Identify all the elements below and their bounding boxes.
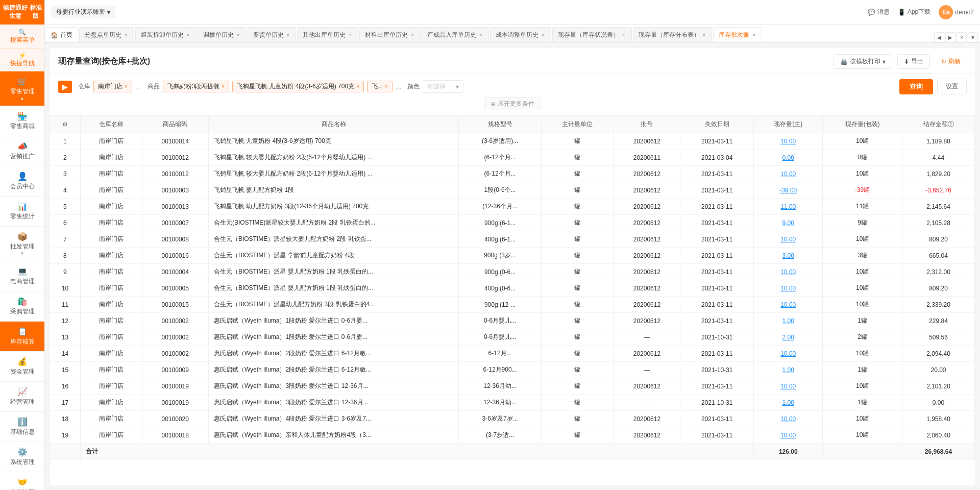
cell-no: 4: [50, 182, 80, 199]
cell-unit: 罐: [541, 411, 614, 427]
sidebar-item-marketing[interactable]: 📣 营销推广: [0, 136, 44, 166]
tab-home[interactable]: 🏠 首页: [45, 27, 78, 42]
color-selector[interactable]: 请选择 ▾: [423, 80, 463, 93]
sidebar-item-basic[interactable]: ℹ️ 基础信息: [0, 412, 44, 442]
product-more[interactable]: ...: [396, 83, 402, 91]
query-button[interactable]: 查询: [899, 79, 933, 94]
close-tab-fenpandian[interactable]: ×: [124, 32, 129, 38]
product-tag-3[interactable]: 飞... ×: [367, 81, 393, 92]
remove-product-tag1[interactable]: ×: [222, 84, 225, 89]
sidebar-item-finance[interactable]: 💰 资金管理: [0, 352, 44, 382]
print-button[interactable]: 🖨️ 按模板打印 ▾: [834, 54, 892, 69]
cell-no: 10: [50, 280, 80, 297]
sidebar: 畅捷通好生意 标准版 🔍 搜索英单 ⚡ 快捷导航 🛒 零售管理 ▲ 🏪 零售商城…: [0, 0, 45, 490]
home-icon: 🏠: [51, 32, 58, 39]
close-tab-yaohuo[interactable]: ×: [286, 32, 291, 38]
app-download-btn[interactable]: 📱 App下载: [898, 8, 930, 16]
sidebar-item-search[interactable]: 🔍 搜索英单: [0, 24, 44, 49]
sidebar-item-retail[interactable]: 🛒 零售管理 ▲: [0, 71, 44, 106]
cell-code: 00100015: [142, 297, 208, 313]
close-tab-kucun-batch[interactable]: ×: [751, 32, 756, 38]
sidebar-item-inventory[interactable]: 📋 库存核算: [0, 322, 44, 352]
warehouse-more[interactable]: ...: [135, 83, 141, 91]
tab-close-all[interactable]: ×: [957, 32, 967, 42]
print-dropdown-icon: ▾: [883, 58, 886, 65]
cell-code: 00100002: [142, 346, 208, 362]
col-settings[interactable]: ⚙: [50, 116, 80, 133]
remove-product-tag3[interactable]: ×: [385, 84, 388, 89]
tab-kucun-status[interactable]: 现存量（库存状况表） ×: [552, 27, 632, 42]
cell-code: 00100003: [142, 182, 208, 199]
product-tag-1[interactable]: 飞鹤奶粉3段两提装 ×: [163, 81, 230, 92]
page-title: 现存量查询(按仓库+批次): [58, 56, 150, 67]
sidebar-item-purchase[interactable]: 🛍️ 采购管理: [0, 291, 44, 322]
cell-amount: 809.20: [902, 280, 975, 297]
tab-kucun-batch[interactable]: 库存批次账 ×: [713, 27, 762, 42]
sidebar-item-operation[interactable]: 📈 经营管理: [0, 382, 44, 412]
expand-filter-btn[interactable]: ⊕ 展开更多条件: [484, 97, 541, 110]
cell-warehouse: 南岸门店: [80, 150, 142, 166]
setting-button[interactable]: 设置: [937, 79, 967, 94]
cell-warehouse: 南岸门店: [80, 280, 142, 297]
cell-batch: 20200612: [614, 215, 680, 231]
finance-icon: 💰: [17, 357, 28, 366]
tab-zuzhuang[interactable]: 组装拆卸单历史 ×: [135, 27, 197, 42]
cell-code: 00100005: [142, 280, 208, 297]
cell-name: 惠氏启赋（Wyeth illuma）3段奶粉 爱尔兰进口 12-36月...: [208, 395, 458, 411]
close-tab-diaobodai[interactable]: ×: [236, 32, 241, 38]
tab-fenpandian[interactable]: 分盘点单历史 ×: [79, 27, 134, 42]
sidebar-item-stat[interactable]: 📊 零售统计: [0, 197, 44, 227]
product-tag-2[interactable]: 飞鹤星飞帆 儿童奶粉 4段(3-6岁适用) 700克 ×: [232, 81, 364, 92]
col-unit: 主计量单位: [541, 116, 614, 133]
sidebar-item-wholesale[interactable]: 📦 批发管理 ▼: [0, 227, 44, 261]
close-tab-kucun-dist[interactable]: ×: [702, 32, 707, 38]
tab-chengben[interactable]: 成本调整单历史 ×: [490, 27, 551, 42]
tab-diaobodai[interactable]: 调拨单历史 ×: [198, 27, 247, 42]
sidebar-item-member[interactable]: 👤 会员中心: [0, 166, 44, 197]
close-tab-chengben[interactable]: ×: [541, 32, 546, 38]
cell-expire: 2021-10-31: [680, 395, 754, 411]
close-tab-cailiaochuku[interactable]: ×: [410, 32, 415, 38]
cell-unit: 罐: [541, 378, 614, 395]
settings-icon[interactable]: ⚙: [62, 121, 68, 128]
close-tab-chancheng[interactable]: ×: [478, 32, 483, 38]
warehouse-tag[interactable]: 南岸门店 ×: [93, 81, 132, 92]
tab-arrow-right[interactable]: ▶: [945, 32, 955, 42]
message-btn[interactable]: 💬 消息: [868, 8, 890, 16]
download-icon: 📱: [898, 9, 905, 16]
cell-no: 14: [50, 346, 80, 362]
export-button[interactable]: ⬇ 导出: [897, 54, 930, 69]
collapse-filter-btn[interactable]: ▶: [58, 81, 72, 93]
tab-cailiaochuku[interactable]: 材料出库单历史 ×: [359, 27, 421, 42]
sidebar-item-quicknav[interactable]: ⚡ 快捷导航: [0, 49, 44, 71]
sidebar-item-system[interactable]: ⚙️ 系统管理: [0, 442, 44, 472]
tab-chancheng[interactable]: 产成品入库单历史 ×: [422, 27, 489, 42]
company-selector[interactable]: 母婴行业演示账套 ▾: [51, 6, 115, 18]
cell-amount: 2,101.20: [902, 378, 975, 395]
cell-amount: 509.56: [902, 329, 975, 346]
sidebar-item-ecommerce[interactable]: 💻 电商管理: [0, 261, 44, 291]
cell-unit: 罐: [541, 166, 614, 182]
user-info[interactable]: Ea demo2: [939, 5, 974, 19]
close-tab-zuzhuang[interactable]: ×: [186, 32, 191, 38]
refresh-button[interactable]: ↻ 刷新: [935, 55, 967, 68]
cell-expire: 2021-03-11: [680, 411, 754, 427]
cell-spec: 400g (0-6...: [459, 280, 542, 297]
cell-qty-main: 10.00: [754, 378, 823, 395]
close-tab-qitachu[interactable]: ×: [348, 32, 353, 38]
wholesale-arrow-icon: ▼: [20, 251, 24, 256]
tab-kucun-dist[interactable]: 现存量（库存分布表） ×: [633, 27, 713, 42]
cell-name: 惠氏启赋（Wyeth illuma）2段奶粉 爱尔兰进口 6-12月敏...: [208, 362, 458, 378]
tab-yaohuo[interactable]: 要货单历史 ×: [248, 27, 297, 42]
cell-qty-pkg: 2罐: [823, 329, 902, 346]
sidebar-item-shop[interactable]: 🏪 零售商城: [0, 106, 44, 136]
sidebar-item-cooperation[interactable]: 🤝 企业协同: [0, 472, 44, 490]
close-tab-kucun-status[interactable]: ×: [621, 32, 626, 38]
remove-warehouse-tag[interactable]: ×: [125, 84, 128, 89]
tab-arrow-left[interactable]: ◀: [934, 32, 944, 42]
cell-code: 00100018: [142, 427, 208, 444]
tab-menu[interactable]: ▼: [968, 32, 978, 42]
tab-qitachu[interactable]: 其他出库单历史 ×: [297, 27, 358, 42]
purchase-icon: 🛍️: [17, 297, 28, 306]
remove-product-tag2[interactable]: ×: [356, 84, 359, 89]
